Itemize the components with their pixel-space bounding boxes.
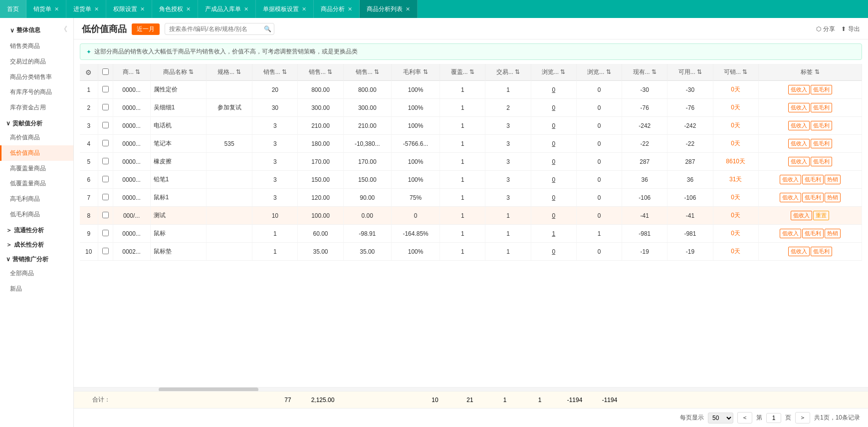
th-sale-qty[interactable]: 销售... ⇅ <box>252 64 298 81</box>
nav-product-storage[interactable]: 产成品入库单 ✕ <box>198 0 256 18</box>
browse-link[interactable]: 1 <box>552 230 555 237</box>
margin-rate: 100% <box>391 171 439 189</box>
available-stock: -41 <box>667 207 713 225</box>
sidebar-item-low-margin[interactable]: 低毛利商品 <box>0 207 73 222</box>
nav-product-analysis[interactable]: 商品分析 ✕ <box>314 0 360 18</box>
sidebar-group-growth[interactable]: ＞ 成长性分析 <box>0 237 73 251</box>
browse-link[interactable]: 0 <box>552 86 555 93</box>
row-checkbox[interactable] <box>102 212 109 218</box>
row-checkbox[interactable] <box>102 194 109 200</box>
settings-icon[interactable]: ⚙ <box>85 68 92 76</box>
sidebar-item-category-sales-rate[interactable]: 商品分类销售率 <box>0 69 73 85</box>
th-name[interactable]: 商品名称 ⇅ <box>150 64 206 81</box>
share-btn[interactable]: ⬡ 分享 <box>816 25 835 33</box>
sidebar-item-low-value[interactable]: 低价值商品 <box>0 145 73 161</box>
th-browse1[interactable]: 浏览... ⇅ <box>531 64 576 81</box>
browse-link[interactable]: 0 <box>552 140 555 147</box>
row-checkbox[interactable] <box>102 248 109 254</box>
th-tags[interactable]: 标签 ⇅ <box>758 64 862 81</box>
close-icon[interactable]: ✕ <box>54 6 59 12</box>
browse-link[interactable]: 0 <box>552 122 555 129</box>
first-page-btn[interactable]: ＜ <box>737 412 752 424</box>
row-checkbox-cell <box>98 81 113 99</box>
product-tag: 低毛利 <box>811 85 832 94</box>
horizontal-scrollbar[interactable] <box>74 387 868 391</box>
th-sale-other[interactable]: 销售... ⇅ <box>343 64 391 81</box>
margin-rate: 100% <box>391 117 439 135</box>
th-coverage[interactable]: 覆盖... ⇅ <box>440 64 485 81</box>
close-icon[interactable]: ✕ <box>348 6 352 12</box>
row-checkbox[interactable] <box>102 140 109 146</box>
th-code[interactable]: 商... ⇅ <box>113 64 150 81</box>
th-sale-amount[interactable]: 销售... ⇅ <box>298 64 343 81</box>
row-checkbox[interactable] <box>102 104 109 110</box>
export-btn[interactable]: ⬆ 导出 <box>841 25 860 33</box>
page-size-select[interactable]: 50 100 200 <box>708 413 733 424</box>
th-current[interactable]: 现有... ⇅ <box>622 64 667 81</box>
nav-purchase-order[interactable]: 进货单 ✕ <box>66 0 106 18</box>
search-input[interactable] <box>165 23 274 35</box>
browse-link[interactable]: 0 <box>552 248 555 255</box>
th-settings[interactable]: ⚙ <box>80 64 98 81</box>
filter-recent-btn[interactable]: 近一月 <box>132 23 160 35</box>
close-icon[interactable]: ✕ <box>140 6 145 12</box>
nav-permissions[interactable]: 权限设置 ✕ <box>106 0 152 18</box>
nav-product-analysis-list[interactable]: 商品分析列表 ✕ <box>360 0 418 18</box>
nav-sales-order[interactable]: 销货单 ✕ <box>26 0 66 18</box>
product-tag: 低收入 <box>780 175 801 184</box>
sidebar-item-high-margin[interactable]: 高毛利商品 <box>0 191 73 207</box>
sidebar-item-new-products[interactable]: 新品 <box>0 281 73 297</box>
sidebar-item-inventory-capital[interactable]: 库存资金占用 <box>0 100 73 115</box>
close-icon[interactable]: ✕ <box>94 6 99 12</box>
sidebar-item-seq-products[interactable]: 有库序号的商品 <box>0 84 73 100</box>
row-checkbox[interactable] <box>102 176 109 182</box>
select-all-checkbox[interactable] <box>102 68 109 75</box>
next-page-btn[interactable]: ＞ <box>795 412 810 424</box>
browse-link[interactable]: 0 <box>552 104 555 111</box>
th-trade[interactable]: 交易... ⇅ <box>485 64 531 81</box>
sidebar-group-circulation[interactable]: ＞ 流通性分析 <box>0 222 73 237</box>
sidebar-item-traded-products[interactable]: 交易过的商品 <box>0 54 73 69</box>
th-margin[interactable]: 毛利率 ⇅ <box>391 64 439 81</box>
sidebar-item-sales-products[interactable]: 销售类商品 <box>0 38 73 54</box>
browse-count2: 1 <box>576 225 622 243</box>
nav-template-settings[interactable]: 单据模板设置 ✕ <box>256 0 314 18</box>
browse-link[interactable]: 0 <box>552 212 555 219</box>
search-wrapper <box>165 23 274 35</box>
product-spec <box>207 189 252 207</box>
tags-cell: 低收入重置 <box>758 207 862 225</box>
th-browse2[interactable]: 浏览... ⇅ <box>576 64 622 81</box>
product-tag: 低毛利 <box>802 229 824 238</box>
sidebar-item-all-products[interactable]: 全部商品 <box>0 266 73 281</box>
sidebar-item-high-coverage[interactable]: 高覆盖量商品 <box>0 161 73 176</box>
row-checkbox[interactable] <box>102 122 109 128</box>
row-number: 3 <box>80 117 98 135</box>
nav-roles[interactable]: 角色授权 ✕ <box>152 0 198 18</box>
th-spec[interactable]: 规格... ⇅ <box>207 64 252 81</box>
browse-count2: 0 <box>576 153 622 171</box>
footer-browse1: 1 <box>487 397 522 404</box>
browse-link[interactable]: 0 <box>552 176 555 183</box>
browse-link[interactable]: 0 <box>552 194 555 201</box>
nav-home[interactable]: 首页 <box>0 0 26 18</box>
th-saleable[interactable]: 可销... ⇅ <box>713 64 758 81</box>
page-number-input[interactable] <box>766 413 781 423</box>
coverage: 1 <box>440 225 485 243</box>
row-checkbox[interactable] <box>102 86 109 92</box>
browse-link[interactable]: 0 <box>552 158 555 165</box>
row-checkbox[interactable] <box>102 230 109 236</box>
product-name: 鼠标垫 <box>150 243 206 261</box>
close-icon[interactable]: ✕ <box>186 6 191 12</box>
close-icon[interactable]: ✕ <box>244 6 248 12</box>
sidebar-group-contribution: ∨ 贡献值分析 <box>0 115 73 130</box>
row-checkbox[interactable] <box>102 158 109 164</box>
product-code: 0000... <box>113 153 150 171</box>
close-icon[interactable]: ✕ <box>406 6 410 12</box>
sidebar-item-low-coverage[interactable]: 低覆盖量商品 <box>0 176 73 191</box>
close-icon[interactable]: ✕ <box>302 6 306 12</box>
sidebar-collapse-btn[interactable]: 《 <box>58 25 69 34</box>
browse-count2: 0 <box>576 135 622 153</box>
sidebar-item-high-value[interactable]: 高价值商品 <box>0 130 73 145</box>
saleable-days: 0天 <box>713 135 758 153</box>
th-available[interactable]: 可用... ⇅ <box>667 64 713 81</box>
